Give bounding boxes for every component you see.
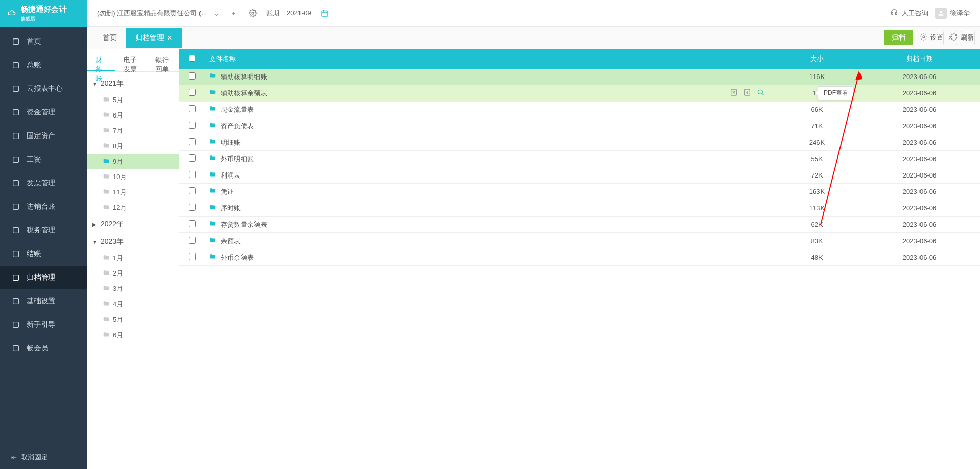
- nav-item-5[interactable]: 工资: [0, 148, 87, 171]
- svg-rect-6: [13, 181, 19, 186]
- tree-month[interactable]: 6月: [87, 327, 179, 343]
- select-all-checkbox[interactable]: [189, 55, 195, 62]
- nav-icon: [11, 320, 21, 329]
- tree-month[interactable]: 8月: [87, 139, 179, 154]
- settings-link[interactable]: 设置: [919, 33, 944, 43]
- file-date: 2023-06-06: [868, 204, 971, 212]
- table-row[interactable]: 余额表83K2023-06-06: [179, 233, 980, 249]
- nav-item-2[interactable]: 云报表中心: [0, 77, 87, 101]
- unpin-button[interactable]: ⇤ 取消固定: [0, 445, 87, 469]
- row-checkbox[interactable]: [189, 72, 196, 80]
- user-menu[interactable]: 徐泽华: [935, 8, 970, 19]
- gear-icon[interactable]: [247, 7, 259, 19]
- file-name: 余额表: [221, 237, 241, 246]
- nav-label: 首页: [27, 37, 41, 46]
- nav-item-10[interactable]: 归档管理: [0, 266, 87, 289]
- row-checkbox[interactable]: [189, 171, 196, 178]
- download-excel-icon[interactable]: [730, 88, 738, 98]
- nav-label: 畅会员: [27, 344, 48, 353]
- nav-item-11[interactable]: 基础设置: [0, 289, 87, 313]
- nav-item-1[interactable]: 总账: [0, 53, 87, 77]
- tree-year[interactable]: ▶2022年: [87, 216, 179, 233]
- tree-year[interactable]: ▼2023年: [87, 233, 179, 250]
- row-checkbox[interactable]: [189, 89, 196, 96]
- nav-item-7[interactable]: 进销台账: [0, 195, 87, 219]
- file-size: 83K: [766, 237, 868, 245]
- tree-month[interactable]: 12月: [87, 200, 179, 216]
- nav-item-12[interactable]: 新手引导: [0, 313, 87, 337]
- table-row[interactable]: 辅助核算余额表1K2023-06-06PDF查看: [179, 85, 980, 102]
- month-label: 5月: [113, 315, 123, 324]
- table-row[interactable]: 利润表72K2023-06-06: [179, 167, 980, 184]
- pdf-view-icon[interactable]: [756, 88, 765, 98]
- file-date: 2023-06-06: [868, 89, 971, 97]
- nav-item-4[interactable]: 固定资产: [0, 124, 87, 148]
- row-checkbox[interactable]: [189, 204, 196, 211]
- subtab-0[interactable]: 财务账: [87, 49, 115, 71]
- nav-item-6[interactable]: 发票管理: [0, 171, 87, 195]
- page-tab-1[interactable]: 归档管理✕: [126, 28, 182, 48]
- table-row[interactable]: 外币明细账55K2023-06-06: [179, 151, 980, 167]
- folder-icon: [209, 171, 216, 180]
- nav-item-9[interactable]: 结账: [0, 242, 87, 266]
- period-value[interactable]: 2021-09: [287, 9, 311, 17]
- tree-month[interactable]: 5月: [87, 312, 179, 327]
- calendar-icon[interactable]: [318, 7, 331, 19]
- nav-item-13[interactable]: 畅会员: [0, 337, 87, 360]
- svg-rect-5: [13, 157, 19, 163]
- file-size: 116K: [766, 73, 868, 81]
- subtab-1[interactable]: 电子发票: [115, 49, 147, 71]
- file-name: 序时账: [221, 204, 241, 213]
- tree-month[interactable]: 4月: [87, 297, 179, 312]
- row-checkbox[interactable]: [189, 122, 196, 129]
- row-checkbox[interactable]: [189, 154, 196, 162]
- row-checkbox[interactable]: [189, 220, 196, 227]
- company-name[interactable]: (勿删) 江西服宝精品有限责任公司 (...: [97, 9, 207, 18]
- table-row[interactable]: 明细账246K2023-06-06: [179, 134, 980, 151]
- tree-month[interactable]: 5月: [87, 92, 179, 108]
- tree-month[interactable]: 7月: [87, 123, 179, 139]
- svg-rect-0: [13, 39, 19, 45]
- tree-month[interactable]: 6月: [87, 108, 179, 123]
- table-row[interactable]: 存货数量余额表62K2023-06-06: [179, 217, 980, 233]
- tree-month[interactable]: 9月: [87, 154, 179, 169]
- folder-icon: [103, 96, 110, 105]
- row-checkbox[interactable]: [189, 105, 196, 112]
- table-row[interactable]: 凭证163K2023-06-06: [179, 184, 980, 200]
- archive-button[interactable]: 归档: [884, 30, 913, 45]
- download-pdf-icon[interactable]: [743, 88, 751, 98]
- subtab-2[interactable]: 银行回单: [147, 49, 179, 71]
- unpin-icon: ⇤: [11, 454, 17, 461]
- table-row[interactable]: 资产负债表71K2023-06-06: [179, 118, 980, 134]
- table-row[interactable]: 序时账113K2023-06-06: [179, 200, 980, 217]
- table-row[interactable]: 辅助核算明细账116K2023-06-06: [179, 69, 980, 85]
- row-checkbox[interactable]: [189, 253, 196, 260]
- row-checkbox[interactable]: [189, 138, 196, 145]
- nav-icon: [11, 297, 21, 306]
- tree-month[interactable]: 2月: [87, 266, 179, 281]
- tree-year[interactable]: ▼2021年: [87, 75, 179, 92]
- gear-icon: [919, 33, 928, 43]
- tree-month[interactable]: 10月: [87, 169, 179, 185]
- refresh-link[interactable]: 刷新: [950, 33, 974, 43]
- company-dropdown-icon[interactable]: ⌄: [214, 9, 220, 17]
- tree-month[interactable]: 11月: [87, 185, 179, 200]
- table-row[interactable]: 外币余额表48K2023-06-06: [179, 249, 980, 266]
- nav-item-8[interactable]: 税务管理: [0, 219, 87, 242]
- svg-rect-3: [13, 110, 19, 115]
- add-icon[interactable]: ＋: [227, 7, 239, 19]
- month-label: 3月: [113, 284, 123, 294]
- nav-item-0[interactable]: 首页: [0, 30, 87, 53]
- col-size-header: 大小: [766, 54, 868, 64]
- support-link[interactable]: 人工咨询: [890, 8, 928, 18]
- tree-month[interactable]: 1月: [87, 250, 179, 266]
- nav-item-3[interactable]: 资金管理: [0, 101, 87, 124]
- table-row[interactable]: 现金流量表66K2023-06-06: [179, 102, 980, 118]
- page-tab-0[interactable]: 首页: [93, 28, 126, 48]
- nav-label: 总账: [27, 61, 41, 70]
- close-icon[interactable]: ✕: [167, 34, 172, 42]
- row-checkbox[interactable]: [189, 187, 196, 194]
- row-checkbox[interactable]: [189, 237, 196, 244]
- file-name: 明细账: [221, 138, 241, 147]
- tree-month[interactable]: 3月: [87, 281, 179, 297]
